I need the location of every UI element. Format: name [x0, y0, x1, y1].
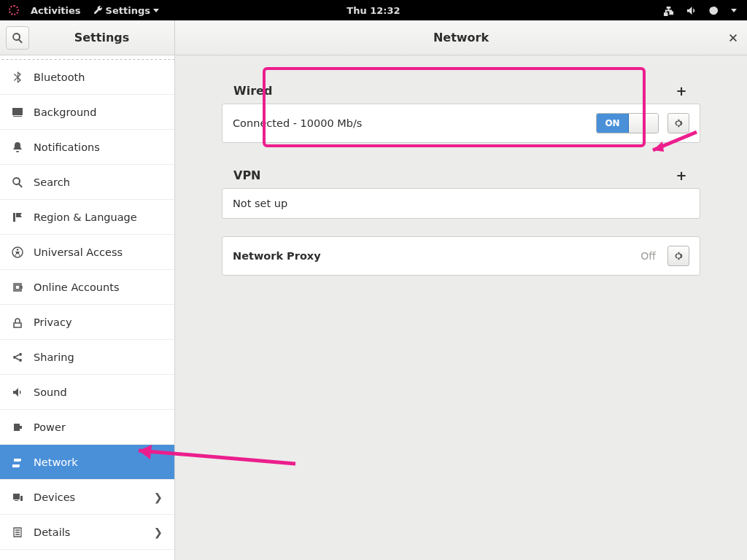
gear-icon [673, 251, 684, 261]
power-icon[interactable] [704, 0, 724, 20]
sidebar-item-privacy[interactable]: Privacy [0, 305, 174, 340]
chevron-down-icon [731, 9, 737, 12]
volume-icon[interactable] [681, 0, 701, 20]
sidebar-item-power[interactable]: Power [0, 410, 174, 445]
sidebar-item-devices[interactable]: Devices ❯ [0, 480, 174, 515]
sidebar-item-label: Privacy [34, 316, 72, 328]
proxy-group: Network Proxy Off [222, 236, 700, 276]
settings-window: Settings Network Bluetooth Background No… [0, 20, 747, 560]
sidebar-item-label: Notifications [34, 141, 100, 153]
chevron-right-icon: ❯ [154, 526, 163, 538]
search-icon [12, 32, 23, 44]
vpn-row: Not set up [222, 188, 700, 219]
bell-icon [12, 141, 23, 153]
add-vpn-button[interactable]: + [674, 168, 689, 182]
search-button[interactable] [6, 26, 29, 50]
page-title: Network [433, 31, 489, 44]
system-menu-chevron[interactable] [727, 0, 741, 20]
activities-button[interactable]: Activities [26, 0, 85, 20]
proxy-status: Off [640, 250, 656, 262]
sound-icon [12, 386, 23, 398]
app-menu[interactable]: Settings [88, 0, 163, 20]
details-icon [12, 526, 23, 538]
close-icon [728, 33, 738, 43]
sidebar-item-label: Network [34, 456, 78, 468]
sidebar-item-label: Devices [34, 491, 75, 503]
sidebar-item-background[interactable]: Background [0, 95, 174, 130]
network-panel: Wired + Connected - 10000 Mb/s ON [175, 55, 747, 560]
sidebar-item-label: Details [34, 526, 70, 538]
add-wired-button[interactable]: + [674, 83, 689, 98]
accessibility-icon [12, 246, 23, 258]
svg-point-4 [19, 359, 22, 362]
sidebar-item-bluetooth[interactable]: Bluetooth [0, 60, 174, 95]
sidebar-item-label: Background [34, 106, 97, 118]
privacy-icon [12, 316, 23, 328]
spinner-icon [4, 0, 23, 20]
wired-group: Wired + Connected - 10000 Mb/s ON [222, 76, 700, 143]
wired-title: Wired [233, 84, 272, 98]
svg-point-1 [17, 249, 19, 251]
vpn-status: Not set up [233, 198, 689, 209]
sidebar-item-sharing[interactable]: Sharing [0, 340, 174, 375]
header-bar: Settings Network [0, 20, 747, 55]
toggle-on-label: ON [597, 114, 629, 133]
sidebar-item-universal-access[interactable]: Universal Access [0, 235, 174, 270]
close-button[interactable] [728, 20, 738, 55]
sidebar-item-search[interactable]: Search [0, 165, 174, 200]
toggle-off-area [629, 114, 658, 133]
sidebar-item-network[interactable]: Network [0, 445, 174, 480]
devices-icon [12, 491, 23, 503]
sidebar-item-label: Bluetooth [34, 71, 85, 83]
sidebar-item-label: Power [34, 421, 66, 433]
app-menu-label: Settings [106, 5, 150, 16]
chevron-right-icon: ❯ [154, 491, 163, 503]
proxy-title: Network Proxy [233, 250, 632, 262]
wired-toggle[interactable]: ON [596, 113, 659, 133]
sidebar-item-label: Region & Language [34, 211, 137, 223]
svg-point-3 [19, 353, 22, 356]
sidebar-item-label: Sharing [34, 351, 74, 363]
share-icon [12, 351, 23, 363]
power-icon [12, 421, 23, 433]
wired-status: Connected - 10000 Mb/s [233, 117, 587, 129]
svg-marker-6 [653, 141, 664, 152]
network-status-icon[interactable] [659, 0, 678, 20]
vpn-title: VPN [233, 168, 261, 182]
bluetooth-icon [12, 71, 23, 83]
sidebar-item-label: Sound [34, 386, 67, 398]
background-icon [12, 106, 23, 118]
network-proxy-row[interactable]: Network Proxy Off [222, 236, 700, 276]
settings-sidebar: Bluetooth Background Notifications Searc… [0, 55, 175, 560]
vpn-group: VPN + Not set up [222, 160, 700, 219]
sidebar-title: Settings [35, 31, 169, 44]
proxy-settings-button[interactable] [667, 246, 689, 266]
gnome-top-bar: Activities Settings Thu 12:32 [0, 0, 747, 20]
chevron-down-icon [153, 9, 159, 12]
wired-connection-row: Connected - 10000 Mb/s ON [222, 104, 700, 143]
tools-icon [93, 5, 103, 15]
gear-icon [673, 118, 684, 128]
sidebar-item-online-accounts[interactable]: Online Accounts [0, 270, 174, 305]
sidebar-item-label: Universal Access [34, 246, 123, 258]
online-accounts-icon [12, 281, 23, 293]
wired-settings-button[interactable] [667, 113, 689, 133]
clock[interactable]: Thu 12:32 [342, 0, 404, 20]
globe-flag-icon [12, 211, 23, 223]
network-icon [12, 456, 23, 468]
sidebar-item-label: Online Accounts [34, 281, 119, 293]
sidebar-item-details[interactable]: Details ❯ [0, 515, 174, 550]
sidebar-item-region-language[interactable]: Region & Language [0, 200, 174, 235]
sidebar-item-notifications[interactable]: Notifications [0, 130, 174, 165]
sidebar-item-label: Search [34, 176, 70, 188]
sidebar-item-sound[interactable]: Sound [0, 375, 174, 410]
search-icon [12, 176, 23, 188]
